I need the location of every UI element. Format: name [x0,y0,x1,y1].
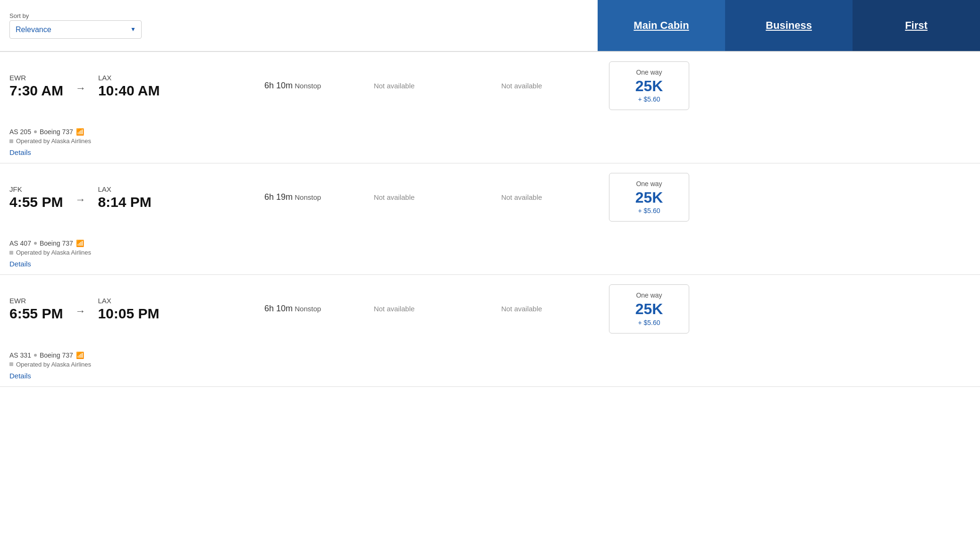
flight-3-bullet [34,354,37,357]
flight-1-aircraft: Boeing 737 [40,128,73,136]
flight-3-price-card[interactable]: One way 25K + $5.60 [609,284,689,333]
flight-3-number: AS 331 [9,351,31,359]
flight-1-left: EWR 7:30 AM → LAX 10:40 AM [9,74,264,98]
flight-1-bottom: AS 205 Boeing 737 📶 Operated by Alaska A… [0,110,980,163]
flight-3-operated-by: Operated by Alaska Airlines [9,361,330,368]
flight-3-business-na: Not available [458,305,585,313]
flight-3-bottom: AS 331 Boeing 737 📶 Operated by Alaska A… [0,333,980,386]
flight-1-price-card[interactable]: One way 25K + $5.60 [609,61,689,110]
flight-row-3: EWR 6:55 PM → LAX 10:05 PM 6h 10m Nonsto… [0,275,980,386]
flight-2-origin: JFK 4:55 PM [9,185,63,210]
flight-3-first-price[interactable]: One way 25K + $5.60 [585,284,713,333]
flight-1-bullet [34,130,37,133]
flight-2-miles: 25K [623,189,676,206]
flight-1-origin-time: 7:30 AM [9,83,63,98]
tab-first[interactable]: First [853,0,980,51]
flight-3-arrow-icon: → [75,305,85,317]
flight-1-duration-text: 6h 10m [264,81,293,90]
flight-2-top: JFK 4:55 PM → LAX 8:14 PM 6h 19m Nonstop… [0,163,980,222]
sort-section: Sort by Relevance Price Duration Departu… [0,0,151,51]
flight-2-dest-time: 8:14 PM [98,194,151,210]
flight-1-operated-square [9,139,13,143]
flight-1-dest-code: LAX [98,74,160,82]
flight-3-main-cabin-na: Not available [330,305,458,313]
flight-3-duration: 6h 10m Nonstop [264,304,330,314]
flights-container: EWR 7:30 AM → LAX 10:40 AM 6h 10m Nonsto… [0,52,980,387]
flight-1-meta: AS 205 Boeing 737 📶 [9,128,330,136]
sort-label: Sort by [9,12,142,19]
flight-1-fee: + $5.60 [623,95,676,103]
flight-3-operated-square [9,362,13,366]
flight-1-origin: EWR 7:30 AM [9,74,63,98]
flight-2-operated-square [9,251,13,255]
flight-3-origin-code: EWR [9,297,63,305]
flight-3-details-link[interactable]: Details [9,372,31,380]
flight-3-origin: EWR 6:55 PM [9,297,63,321]
flight-2-business-na: Not available [458,193,585,201]
flight-1-main-cabin-na: Not available [330,82,458,90]
flight-2-details-link[interactable]: Details [9,260,31,268]
flight-3-one-way-label: One way [623,291,676,299]
flight-1-first-price[interactable]: One way 25K + $5.60 [585,61,713,110]
flight-1-arrow-icon: → [76,82,86,94]
flight-2-duration: 6h 19m Nonstop [264,192,330,202]
flight-2-number: AS 407 [9,239,31,247]
flight-3-aircraft: Boeing 737 [40,351,73,359]
flight-1-dest-time: 10:40 AM [98,83,160,98]
flight-3-miles: 25K [623,301,676,317]
flight-1-operated-by: Operated by Alaska Airlines [9,137,330,145]
header-row: Sort by Relevance Price Duration Departu… [0,0,980,52]
flight-row-2: JFK 4:55 PM → LAX 8:14 PM 6h 19m Nonstop… [0,163,980,275]
tab-main-cabin-label: Main Cabin [634,19,689,32]
flight-2-origin-code: JFK [9,185,63,193]
flight-3-operator: Operated by Alaska Airlines [16,361,91,368]
flight-1-stops: Nonstop [295,82,321,90]
flight-1-dest: LAX 10:40 AM [98,74,160,98]
sort-wrapper: Sort by Relevance Price Duration Departu… [9,12,142,39]
tab-business[interactable]: Business [725,0,853,51]
flight-3-meta: AS 331 Boeing 737 📶 [9,351,330,359]
flight-1-details-link[interactable]: Details [9,148,31,156]
tab-first-label: First [905,19,928,32]
flight-row-1: EWR 7:30 AM → LAX 10:40 AM 6h 10m Nonsto… [0,52,980,163]
flight-2-arrow-icon: → [75,194,85,206]
flight-1-duration: 6h 10m Nonstop [264,81,330,91]
flight-3-dest-time: 10:05 PM [98,306,159,321]
flight-3-stops: Nonstop [295,305,321,313]
header-spacer [151,0,566,51]
flight-1-business-na: Not available [458,82,585,90]
flight-1-meta-section: AS 205 Boeing 737 📶 Operated by Alaska A… [9,114,330,156]
flight-2-main-cabin-na: Not available [330,193,458,201]
cabin-tabs: Main Cabin Business First [566,0,980,51]
flight-3-top: EWR 6:55 PM → LAX 10:05 PM 6h 10m Nonsto… [0,275,980,333]
tab-main-cabin[interactable]: Main Cabin [598,0,725,51]
flight-2-stops: Nonstop [295,193,321,201]
flight-2-operated-by: Operated by Alaska Airlines [9,249,330,256]
flight-2-wifi-icon: 📶 [76,239,84,247]
flight-3-origin-time: 6:55 PM [9,306,63,321]
flight-2-bullet [34,242,37,245]
flight-2-origin-time: 4:55 PM [9,194,63,210]
flight-1-origin-code: EWR [9,74,63,82]
flight-2-fee: + $5.60 [623,207,676,214]
flight-3-wifi-icon: 📶 [76,351,84,359]
flight-2-left: JFK 4:55 PM → LAX 8:14 PM [9,185,264,210]
sort-select[interactable]: Relevance Price Duration Departure Time … [9,20,142,39]
flight-2-price-card[interactable]: One way 25K + $5.60 [609,173,689,222]
flight-3-left: EWR 6:55 PM → LAX 10:05 PM [9,297,264,321]
flight-1-operator: Operated by Alaska Airlines [16,137,91,145]
flight-2-one-way-label: One way [623,180,676,188]
flight-3-meta-section: AS 331 Boeing 737 📶 Operated by Alaska A… [9,337,330,380]
flight-3-dest: LAX 10:05 PM [98,297,159,321]
flight-1-one-way-label: One way [623,68,676,76]
flight-1-wifi-icon: 📶 [76,128,84,136]
flight-1-miles: 25K [623,78,676,94]
flight-1-top: EWR 7:30 AM → LAX 10:40 AM 6h 10m Nonsto… [0,52,980,110]
flight-2-bottom: AS 407 Boeing 737 📶 Operated by Alaska A… [0,222,980,274]
flight-1-number: AS 205 [9,128,31,136]
flight-3-fee: + $5.60 [623,319,676,326]
flight-3-duration-text: 6h 10m [264,304,293,313]
flight-2-aircraft: Boeing 737 [40,239,73,247]
flight-2-first-price[interactable]: One way 25K + $5.60 [585,173,713,222]
flight-2-meta: AS 407 Boeing 737 📶 [9,239,330,247]
